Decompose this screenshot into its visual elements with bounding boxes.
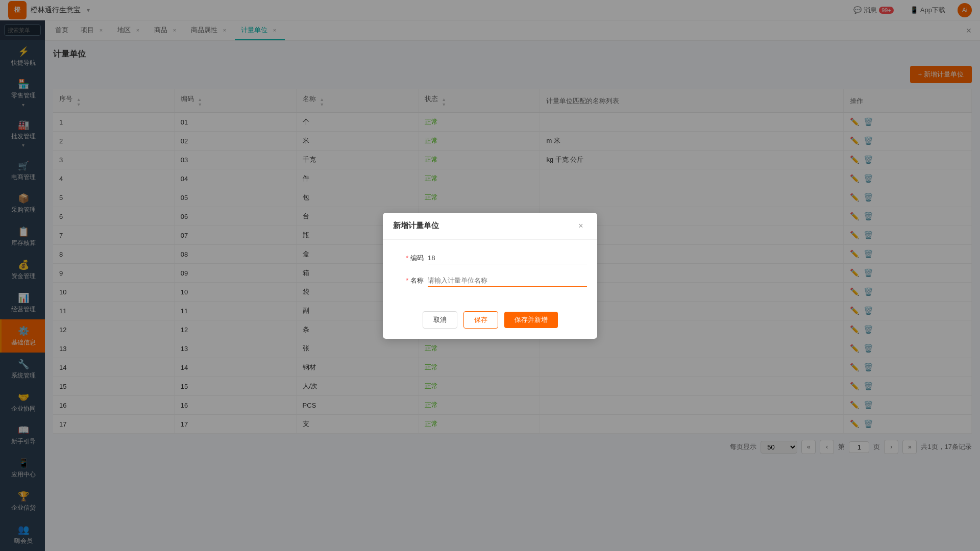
name-input[interactable] xyxy=(428,274,587,287)
modal-overlay[interactable]: 新增计量单位 × 编码 名称 取消 保存 保存并新增 xyxy=(0,0,980,551)
cancel-button[interactable]: 取消 xyxy=(423,311,457,329)
save-button[interactable]: 保存 xyxy=(463,311,498,329)
modal-header: 新增计量单位 × xyxy=(383,213,597,240)
name-label: 名称 xyxy=(393,276,424,285)
add-unit-modal: 新增计量单位 × 编码 名称 取消 保存 保存并新增 xyxy=(383,213,597,339)
save-and-new-button[interactable]: 保存并新增 xyxy=(504,312,558,328)
modal-close-btn[interactable]: × xyxy=(575,220,587,232)
modal-title: 新增计量单位 xyxy=(393,221,439,231)
modal-body: 编码 名称 xyxy=(383,240,597,305)
code-input[interactable] xyxy=(428,252,587,264)
modal-footer: 取消 保存 保存并新增 xyxy=(383,305,597,339)
code-label: 编码 xyxy=(393,254,424,263)
name-form-row: 名称 xyxy=(393,274,587,287)
code-form-row: 编码 xyxy=(393,252,587,264)
